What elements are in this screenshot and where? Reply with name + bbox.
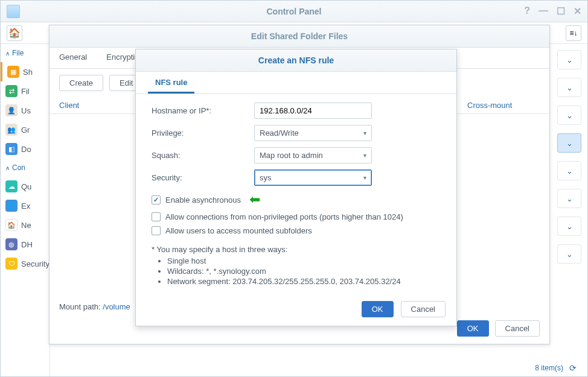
col-crossmount[interactable]: Cross-mount (467, 101, 540, 110)
accordion-toggle[interactable]: ⌄ (557, 217, 581, 236)
sort-button[interactable]: ≡↓ (566, 25, 581, 41)
hint-item: Wildcards: *, *.synology.com (167, 267, 441, 276)
mount-path-label: Mount path: (59, 302, 103, 311)
accordion-toggle[interactable]: ⌄ (557, 78, 581, 97)
subtab-nfs-rule[interactable]: NFS rule (148, 72, 194, 93)
privilege-label: Privilege: (152, 128, 254, 138)
sidebar-item-label: Ex (21, 201, 30, 211)
hint-item: Network segment: 203.74.205.32/255.255.2… (167, 277, 441, 286)
ok-button[interactable]: OK (362, 301, 394, 317)
cloud-icon: ☁ (5, 180, 18, 192)
nonpriv-ports-label: Allow connections from non-privileged po… (165, 212, 403, 221)
globe-icon: 🌐 (5, 200, 18, 212)
accordion-column: ⌄ ⌄ ⌄ ⌄ ⌄ ⌄ ⌄ ⌄ (557, 50, 581, 353)
sidebar-group-label: File (12, 49, 24, 57)
chevron-down-icon: ⌄ (566, 111, 573, 120)
privilege-select[interactable]: Read/Write ▾ (254, 125, 372, 141)
accordion-toggle[interactable]: ⌄ (557, 161, 581, 180)
minimize-icon[interactable]: ? (524, 5, 530, 17)
chevron-down-icon: ▾ (363, 152, 366, 159)
enable-async-label: Enable asynchronous (165, 195, 241, 204)
nonpriv-ports-checkbox[interactable] (152, 212, 161, 221)
chevron-up-icon: ∧ (5, 50, 10, 57)
window-title: Control Panel (1, 7, 587, 16)
sidebar-item-label: Security (21, 259, 50, 268)
sidebar-item-label: Sh (23, 68, 33, 77)
sidebar-item-label: Gr (21, 125, 30, 135)
hostname-label: Hostname or IP*: (152, 106, 254, 115)
accordion-toggle[interactable]: ⌄ (557, 50, 581, 69)
item-count: 8 item(s) ⟳ (535, 363, 577, 373)
privilege-value: Read/Write (260, 128, 299, 138)
accordion-toggle[interactable]: ⌄ (557, 189, 581, 208)
enable-async-checkbox[interactable] (152, 195, 161, 204)
user-icon: 👤 (5, 104, 18, 116)
window-titlebar: Control Panel ? — ☐ ✕ (1, 1, 587, 22)
hint-intro: * You may specify a host in three ways: (152, 245, 441, 254)
network-icon: 🏠 (5, 219, 18, 231)
sidebar-item-label: Us (21, 106, 31, 115)
squash-select[interactable]: Map root to admin ▾ (254, 147, 372, 163)
hostname-input[interactable] (254, 103, 372, 119)
window-minimize-icon[interactable]: — (538, 5, 548, 17)
sidebar-item-quickconnect[interactable]: ☁ Qu (1, 177, 50, 196)
cancel-button[interactable]: Cancel (495, 320, 540, 337)
ok-button[interactable]: OK (457, 320, 489, 337)
create-nfs-rule-dialog: Create an NFS rule NFS rule Hostname or … (135, 49, 457, 326)
mount-path-value: /volume (103, 302, 130, 311)
sort-icon: ≡↓ (569, 29, 577, 37)
create-button[interactable]: Create (59, 75, 103, 91)
sidebar-group-file[interactable]: ∧ File (1, 44, 50, 62)
dialog-title: Create an NFS rule (136, 49, 456, 72)
squash-value: Map root to admin (260, 151, 323, 160)
chevron-down-icon: ⌄ (566, 139, 573, 148)
squash-label: Squash: (152, 151, 254, 160)
chevron-down-icon: ⌄ (566, 166, 573, 176)
sidebar-item-domain[interactable]: ◧ Do (1, 139, 50, 159)
tab-general[interactable]: General (50, 48, 97, 68)
domain-icon: ◧ (5, 143, 18, 155)
chevron-down-icon: ⌄ (566, 83, 573, 92)
chevron-down-icon: ⌄ (566, 55, 573, 65)
mounted-subfolders-checkbox[interactable] (152, 226, 161, 235)
cancel-button[interactable]: Cancel (401, 301, 446, 317)
home-button[interactable]: 🏠 (7, 25, 22, 41)
sidebar-group-connectivity[interactable]: ∧ Con (1, 159, 50, 177)
chevron-down-icon: ⌄ (566, 222, 573, 231)
hint-item: Single host (167, 256, 441, 265)
chevron-down-icon: ▾ (363, 174, 366, 181)
item-count-text: 8 item(s) (535, 364, 563, 372)
chevron-down-icon: ⌄ (566, 194, 573, 203)
home-icon: 🏠 (8, 27, 21, 39)
sidebar-item-shared[interactable]: ▦ Sh (1, 62, 50, 81)
dialog-title: Edit Shared Folder Files (50, 25, 549, 48)
chevron-up-icon: ∧ (5, 165, 10, 171)
sidebar-item-dhcp[interactable]: ◍ DH (1, 235, 50, 254)
file-services-icon: ⇄ (5, 85, 18, 97)
sidebar-item-file[interactable]: ⇄ Fil (1, 81, 50, 101)
shield-icon: 🛡 (5, 258, 18, 270)
folder-icon: ▦ (7, 66, 19, 78)
accordion-toggle[interactable]: ⌄ (557, 133, 581, 153)
hint-text: * You may specify a host in three ways: … (152, 245, 441, 286)
sidebar-item-user[interactable]: 👤 Us (1, 101, 50, 120)
sidebar-item-label: Ne (21, 221, 31, 230)
sidebar-item-network[interactable]: 🏠 Ne (1, 215, 50, 235)
maximize-icon[interactable]: ☐ (557, 5, 565, 17)
sidebar-item-label: Do (21, 145, 31, 154)
sidebar-item-external[interactable]: 🌐 Ex (1, 196, 50, 215)
chevron-down-icon: ▾ (363, 130, 366, 136)
sidebar-item-label: Fil (21, 87, 30, 96)
security-label: Security: (152, 173, 254, 182)
sidebar-group-label: Con (12, 163, 25, 172)
accordion-toggle[interactable]: ⌄ (557, 244, 581, 264)
security-select[interactable]: sys ▾ (254, 169, 372, 186)
reload-icon[interactable]: ⟳ (569, 363, 577, 373)
accordion-toggle[interactable]: ⌄ (557, 106, 581, 125)
sidebar-item-group[interactable]: 👥 Gr (1, 120, 50, 139)
sidebar-item-security[interactable]: 🛡 Security (1, 254, 50, 273)
close-icon[interactable]: ✕ (574, 5, 581, 17)
group-icon: 👥 (5, 124, 18, 136)
sidebar-item-label: DH (21, 240, 33, 249)
sidebar-item-label: Qu (21, 182, 31, 191)
